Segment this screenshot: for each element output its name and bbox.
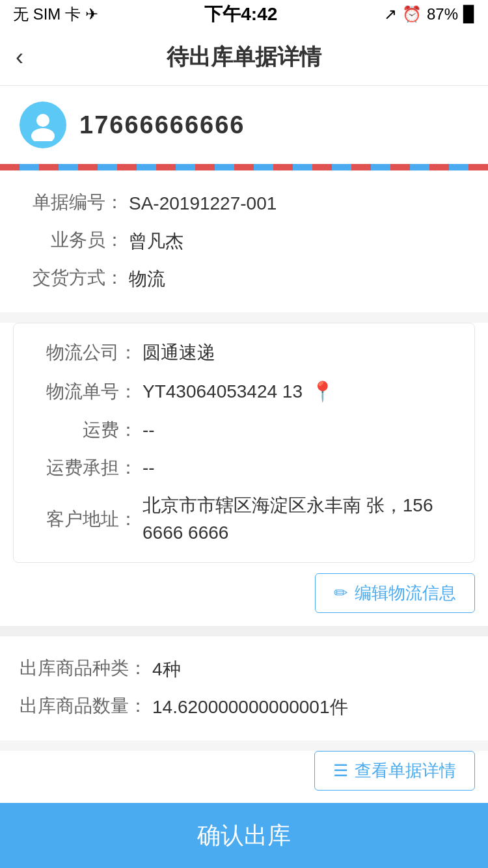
nav-bar: ‹ 待出库单据详情 <box>0 29 488 86</box>
summary-section: 出库商品种类： 4种 出库商品数量： 14.620000000000001件 <box>0 636 488 740</box>
map-pin-icon[interactable]: 📍 <box>310 377 334 406</box>
battery-icon: ▉ <box>463 5 475 23</box>
freight-label: 运费： <box>33 418 137 442</box>
status-bar-time: 下午4:42 <box>204 2 277 27</box>
freight-bearer-label: 运费承担： <box>33 455 137 480</box>
delivery-row: 交货方式： 物流 <box>20 265 468 293</box>
avatar-icon <box>27 109 59 141</box>
confirm-button-label: 确认出库 <box>197 820 291 852</box>
address-label: 客户地址： <box>33 507 137 532</box>
status-bar: 无 SIM 卡 ✈ 下午4:42 ↗ ⏰ 87% ▉ <box>0 0 488 29</box>
battery-level: 87% <box>427 5 458 23</box>
product-quantity-value: 14.620000000000001件 <box>147 694 468 721</box>
profile-row: 17666666666 <box>0 86 488 164</box>
back-button[interactable]: ‹ <box>16 44 23 71</box>
logistics-company-label: 物流公司： <box>33 340 137 365</box>
location-icon: ↗ <box>384 5 397 23</box>
freight-value: -- <box>137 416 455 444</box>
address-value: 北京市市辖区海淀区永丰南 张，156 6666 6666 <box>137 492 455 547</box>
confirm-button[interactable]: 确认出库 <box>0 803 488 868</box>
svg-point-0 <box>36 114 49 127</box>
order-number-row: 单据编号： SA-20191227-001 <box>20 190 468 217</box>
order-number-value: SA-20191227-001 <box>124 190 468 217</box>
edit-btn-row: ✏ 编辑物流信息 <box>0 573 488 626</box>
status-bar-right: ↗ ⏰ 87% ▉ <box>384 5 475 23</box>
address-row: 客户地址： 北京市市辖区海淀区永丰南 张，156 6666 6666 <box>33 492 455 547</box>
dashed-divider <box>0 164 488 170</box>
freight-bearer-row: 运费承担： -- <box>33 454 455 481</box>
product-quantity-row: 出库商品数量： 14.620000000000001件 <box>20 694 468 721</box>
logistics-card: 物流公司： 圆通速递 物流单号： YT43064053424 13 📍 运费： … <box>13 323 475 563</box>
edit-logistics-button[interactable]: ✏ 编辑物流信息 <box>315 573 475 613</box>
section-divider <box>0 626 488 636</box>
delivery-label: 交货方式： <box>20 265 124 290</box>
staff-value: 曾凡杰 <box>124 228 468 255</box>
freight-row: 运费： -- <box>33 416 455 444</box>
product-types-row: 出库商品种类： 4种 <box>20 656 468 683</box>
staff-row: 业务员： 曾凡杰 <box>20 228 468 255</box>
status-bar-left: 无 SIM 卡 ✈ <box>13 4 98 25</box>
phone-number: 17666666666 <box>79 111 245 139</box>
sim-wifi-indicator: 无 SIM 卡 ✈ <box>13 4 98 25</box>
edit-icon: ✏ <box>334 583 348 603</box>
product-types-label: 出库商品种类： <box>20 656 147 681</box>
svg-point-1 <box>31 128 55 141</box>
freight-bearer-value: -- <box>137 454 455 481</box>
logistics-tracking-row: 物流单号： YT43064053424 13 📍 <box>33 377 455 406</box>
order-number-label: 单据编号： <box>20 190 124 215</box>
logistics-company-row: 物流公司： 圆通速递 <box>33 339 455 366</box>
avatar <box>20 102 66 148</box>
page-title: 待出库单据详情 <box>167 42 321 72</box>
view-details-button[interactable]: ☰ 查看单据详情 <box>314 751 475 791</box>
view-button-label: 查看单据详情 <box>355 759 456 782</box>
logistics-tracking-label: 物流单号： <box>33 379 137 404</box>
logistics-company-value: 圆通速递 <box>137 339 455 366</box>
view-btn-row: ☰ 查看单据详情 <box>0 751 488 804</box>
staff-label: 业务员： <box>20 228 124 252</box>
product-quantity-label: 出库商品数量： <box>20 694 147 718</box>
edit-button-label: 编辑物流信息 <box>355 582 456 604</box>
list-icon: ☰ <box>333 761 348 781</box>
alarm-icon: ⏰ <box>402 5 422 23</box>
basic-info-section: 单据编号： SA-20191227-001 业务员： 曾凡杰 交货方式： 物流 <box>0 170 488 312</box>
product-types-value: 4种 <box>147 656 468 683</box>
logistics-tracking-value: YT43064053424 13 📍 <box>137 377 455 406</box>
delivery-value: 物流 <box>124 265 468 293</box>
